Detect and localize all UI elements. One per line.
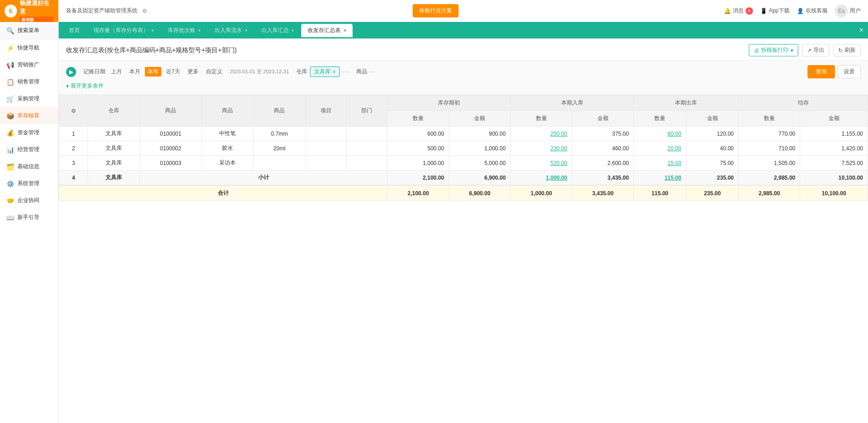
tab-inout-summary[interactable]: 出入库汇总 ×: [255, 24, 301, 37]
expand-btn[interactable]: ▾ 展开更多条件: [66, 82, 861, 90]
tab-stock-summary-close[interactable]: ×: [343, 28, 346, 33]
cell-out-qty-1[interactable]: 80.00: [634, 126, 686, 141]
cell-subtotal-in-amt: 3,435.00: [572, 170, 634, 186]
print-label: 拆模板打印: [761, 46, 789, 54]
tab-batch-label: 库存批次账: [168, 27, 195, 34]
tab-batch[interactable]: 库存批次账 ×: [161, 24, 207, 37]
tab-inventory-dist[interactable]: 现存量（库存分布表） ×: [87, 24, 160, 37]
date-btn-last-month[interactable]: 上月: [108, 67, 125, 77]
gear-icon: ⚙️: [6, 180, 14, 187]
warehouse-tag[interactable]: 文具库 ×: [310, 66, 340, 77]
sidebar-item-inventory[interactable]: 📦 库存核算: [0, 107, 58, 124]
notifications-btn[interactable]: 🔔 消息 6: [724, 7, 753, 15]
trial-btn[interactable]: 体验行业方案: [413, 4, 459, 17]
total-init-amt: 6,900.00: [449, 185, 510, 201]
cell-dept-2: [347, 141, 387, 156]
sidebar-system-label: 系统管理: [17, 180, 39, 187]
sidebar-item-system[interactable]: ⚙️ 系统管理: [0, 175, 58, 192]
sidebar-item-management[interactable]: 📊 经营管理: [0, 141, 58, 158]
page-title: 收发存汇总表(按仓库+商品编码+商品+规格型号+项目+部门): [66, 46, 237, 55]
page-header: 收发存汇总表(按仓库+商品编码+商品+规格型号+项目+部门) 🖨 拆模板打印 ▾…: [59, 38, 868, 60]
cell-no-2: 2: [59, 141, 88, 156]
tab-inout-summary-close[interactable]: ×: [292, 28, 294, 33]
cell-bal-amt-3: 7,525.00: [800, 156, 868, 170]
th-warehouse: 仓库: [88, 95, 140, 126]
sidebar-item-basicinfo[interactable]: 🗂️ 基础信息: [0, 158, 58, 175]
sidebar-item-purchase[interactable]: 🛒 采购管理: [0, 90, 58, 107]
sidebar-item-search[interactable]: 🔍 搜索菜单: [0, 22, 58, 39]
sidebar-item-guide[interactable]: 📖 新手引导: [0, 209, 58, 226]
cell-subtotal-in-qty[interactable]: 1,000.00: [510, 170, 572, 186]
cell-subtotal-out-qty[interactable]: 115.00: [634, 170, 686, 186]
cell-in-qty-2[interactable]: 230.00: [510, 141, 572, 156]
tab-inventory-dist-close[interactable]: ×: [151, 28, 154, 33]
refresh-btn[interactable]: ↻ 刷新: [833, 44, 861, 56]
sidebar-item-quicknav[interactable]: ⚡ 快捷导航: [0, 39, 58, 56]
cell-in-qty-1[interactable]: 250.00: [510, 126, 572, 141]
cell-bal-qty-2: 710.00: [739, 141, 800, 156]
tab-inout-flow-close[interactable]: ×: [245, 28, 248, 33]
sidebar-guide-label: 新手引导: [17, 214, 39, 221]
date-btn-custom[interactable]: 自定义: [203, 67, 225, 77]
cell-spec-3: [253, 156, 305, 170]
tabbar-close-icon[interactable]: ×: [859, 26, 863, 34]
tab-home-label: 首页: [69, 27, 80, 34]
warehouse-tag-label: 文具库: [314, 68, 331, 76]
tab-inout-flow[interactable]: 出入库流水 ×: [208, 24, 254, 37]
date-btn-this-year[interactable]: 本年: [145, 67, 161, 77]
th-out-qty: 数量: [634, 111, 686, 126]
warehouse-remove-btn[interactable]: ×: [332, 69, 336, 75]
setting-btn[interactable]: 设置: [838, 65, 861, 78]
th-period-out: 本期出库: [634, 95, 739, 111]
cell-code-3: 0100003: [140, 156, 201, 170]
cell-out-qty-2[interactable]: 20.00: [634, 141, 686, 156]
online-service-btn[interactable]: 👤 在线客服: [797, 7, 828, 15]
cell-dept-1: [347, 126, 387, 141]
th-settings[interactable]: ⚙: [59, 95, 88, 126]
print-btn[interactable]: 🖨 拆模板打印 ▾: [749, 44, 798, 56]
cell-out-qty-3[interactable]: 15.00: [634, 156, 686, 170]
cell-in-qty-3[interactable]: 520.00: [510, 156, 572, 170]
cell-subtotal-no: 4: [59, 170, 88, 186]
th-period-init: 库存期初: [387, 95, 511, 111]
th-init-amt: 金额: [449, 111, 510, 126]
settings-icon: ⚙: [71, 108, 76, 114]
sidebar-item-finance[interactable]: 💰 资金管理: [0, 124, 58, 141]
th-bal-qty: 数量: [739, 111, 800, 126]
online-service-label: 在线客服: [806, 7, 828, 15]
sidebar-item-collaboration[interactable]: 🤝 企业协同: [0, 192, 58, 209]
cell-project-3: [306, 156, 347, 170]
total-in-amt: 3,435.00: [572, 185, 634, 201]
app-download-btn[interactable]: 📱 App下载: [760, 7, 790, 15]
total-label: 合计: [59, 185, 387, 201]
table-row: 3 文具库 0100003 采访本 1,000.00 5,000.00 520.…: [59, 156, 868, 170]
sales-icon: 📋: [6, 78, 14, 86]
cell-no-3: 3: [59, 156, 88, 170]
tab-batch-close[interactable]: ×: [198, 28, 201, 33]
date-btn-more[interactable]: 更多: [185, 67, 201, 77]
avatar: Ea: [835, 5, 848, 17]
tab-stock-summary[interactable]: 收发存汇总表 ×: [301, 24, 353, 37]
sidebar-item-sales[interactable]: 📋 销售管理: [0, 73, 58, 90]
sidebar-purchase-label: 采购管理: [17, 95, 39, 103]
date-btn-7days[interactable]: 近7天: [163, 67, 183, 77]
cell-out-amt-2: 40.00: [686, 141, 738, 156]
warehouse-ellipsis[interactable]: ···: [343, 68, 348, 76]
filter-bar: ▶ 记账日期 上月 本月 本年 近7天 更多 自定义 2023-01-01 至 …: [59, 60, 868, 95]
th-in-amt: 金额: [572, 111, 634, 126]
filter-collapse-btn[interactable]: ▶: [66, 67, 76, 77]
system-title: 装备及固定资产辅助管理系统: [66, 7, 138, 15]
cell-init-amt-1: 900.00: [449, 126, 510, 141]
goods-filter: 商品 ···: [356, 68, 376, 76]
topbar: 装备及固定资产辅助管理系统 ⚙ 体验行业方案 🔔 消息 6 📱 App下载 👤 …: [59, 0, 868, 22]
tab-inventory-dist-label: 现存量（库存分布表）: [94, 27, 149, 34]
goods-ellipsis[interactable]: ···: [370, 68, 376, 76]
export-btn[interactable]: ↗ 导出: [802, 44, 829, 56]
sidebar-item-marketing[interactable]: 📢 营销推广: [0, 56, 58, 73]
query-btn[interactable]: 查询: [807, 65, 835, 78]
tab-home[interactable]: 首页: [62, 24, 86, 37]
settings-icon[interactable]: ⚙: [142, 8, 147, 14]
date-btn-this-month[interactable]: 本月: [127, 67, 143, 77]
th-balance: 结存: [739, 95, 868, 111]
user-btn[interactable]: Ea 用户: [835, 5, 861, 17]
